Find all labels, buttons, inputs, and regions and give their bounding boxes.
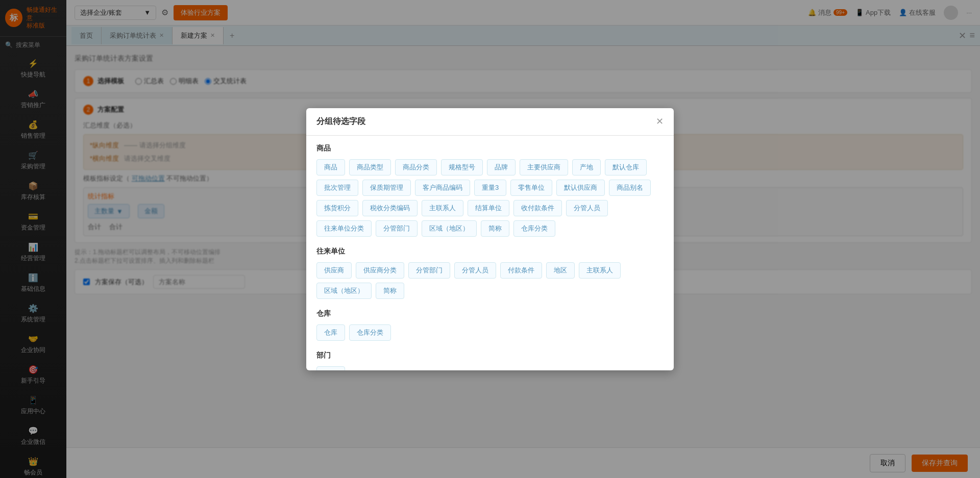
field-tag[interactable]: 仓库分类 <box>513 220 555 237</box>
field-tag[interactable]: 客户商品编码 <box>415 180 470 196</box>
section-title-warehouse: 仓库 <box>316 309 664 318</box>
goods-fields: 商品商品类型商品分类规格型号品牌主要供应商产地默认仓库批次管理保质期管理客户商品… <box>316 159 664 237</box>
modal-scroll-area[interactable]: 商品 商品商品类型商品分类规格型号品牌主要供应商产地默认仓库批次管理保质期管理客… <box>306 136 674 370</box>
field-tag[interactable]: 区域（地区） <box>422 220 477 237</box>
field-tag[interactable]: 分管部门 <box>376 220 418 237</box>
field-tag[interactable]: 规格型号 <box>441 159 483 175</box>
field-tag[interactable]: 供应商分类 <box>356 262 404 279</box>
field-tag[interactable]: 主要供应商 <box>520 159 568 175</box>
field-tag[interactable]: 收付款条件 <box>513 200 562 216</box>
field-tag[interactable]: 分管部门 <box>408 262 450 279</box>
field-tag[interactable]: 区域（地区） <box>316 283 372 299</box>
section-title-partner: 往来单位 <box>316 247 664 256</box>
field-tag[interactable]: 零售单位 <box>510 180 552 196</box>
field-tag[interactable]: 简称 <box>376 283 404 299</box>
modal-title: 分组待选字段 <box>316 116 365 127</box>
field-tag[interactable]: 主联系人 <box>579 262 621 279</box>
section-title-department: 部门 <box>316 351 664 360</box>
department-fields: 部门 <box>316 366 664 370</box>
section-title-goods: 商品 <box>316 144 664 153</box>
field-group-goods: 商品 商品商品类型商品分类规格型号品牌主要供应商产地默认仓库批次管理保质期管理客… <box>316 144 664 237</box>
field-tag[interactable]: 默认仓库 <box>605 159 647 175</box>
field-tag[interactable]: 付款条件 <box>500 262 542 279</box>
field-tag[interactable]: 拣货积分 <box>316 200 358 216</box>
field-tag[interactable]: 税收分类编码 <box>362 200 418 216</box>
warehouse-fields: 仓库仓库分类 <box>316 324 664 341</box>
field-tag[interactable]: 产地 <box>572 159 601 175</box>
field-tag[interactable]: 分管人员 <box>454 262 496 279</box>
field-tag[interactable]: 品牌 <box>487 159 516 175</box>
field-tag[interactable]: 供应商 <box>316 262 352 279</box>
field-tag[interactable]: 批次管理 <box>316 180 358 196</box>
field-tag[interactable]: 分管人员 <box>566 200 608 216</box>
partner-fields: 供应商供应商分类分管部门分管人员付款条件地区主联系人区域（地区）简称 <box>316 262 664 299</box>
field-group-partner: 往来单位 供应商供应商分类分管部门分管人员付款条件地区主联系人区域（地区）简称 <box>316 247 664 299</box>
field-tag[interactable]: 重量3 <box>474 180 506 196</box>
field-group-department: 部门 部门 <box>316 351 664 370</box>
field-tag[interactable]: 商品 <box>316 159 345 175</box>
modal-close-btn[interactable]: ✕ <box>656 117 664 126</box>
field-tag[interactable]: 简称 <box>481 220 509 237</box>
field-group-warehouse: 仓库 仓库仓库分类 <box>316 309 664 341</box>
field-tag[interactable]: 地区 <box>546 262 575 279</box>
field-tag[interactable]: 结算单位 <box>468 200 509 216</box>
field-tag[interactable]: 商品别名 <box>609 180 651 196</box>
field-tag[interactable]: 保质期管理 <box>362 180 411 196</box>
field-tag[interactable]: 商品类型 <box>349 159 391 175</box>
field-tag[interactable]: 主联系人 <box>422 200 463 216</box>
modal: 分组待选字段 ✕ 商品 商品商品类型商品分类规格型号品牌主要供应商产地默认仓库批… <box>306 108 674 370</box>
field-tag[interactable]: 商品分类 <box>395 159 437 175</box>
modal-header: 分组待选字段 ✕ <box>306 108 674 136</box>
field-tag[interactable]: 往来单位分类 <box>316 220 372 237</box>
field-tag[interactable]: 仓库 <box>316 324 345 341</box>
field-tag[interactable]: 默认供应商 <box>556 180 605 196</box>
field-tag[interactable]: 仓库分类 <box>349 324 391 341</box>
modal-overlay: 分组待选字段 ✕ 商品 商品商品类型商品分类规格型号品牌主要供应商产地默认仓库批… <box>0 0 980 478</box>
field-tag[interactable]: 部门 <box>316 366 345 370</box>
